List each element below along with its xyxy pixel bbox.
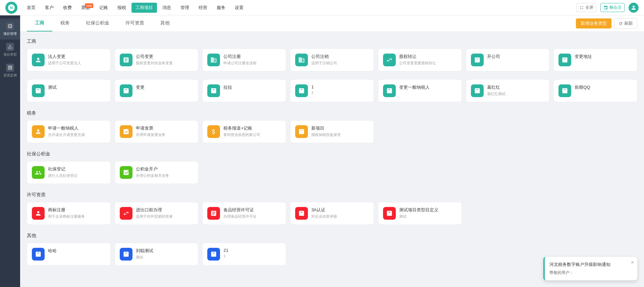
- card-icon-gongsizhuoxiao: [295, 54, 308, 66]
- card-info-guquanzhuanrang: 股权转让 公司变更需要股权转让: [399, 54, 457, 66]
- card-icon-shipin-xuke: [207, 207, 220, 220]
- card-icon-qianqiQQ: [558, 84, 571, 97]
- card-icon-gehonghong: [471, 84, 484, 97]
- card-info-biangengdizhi: 变更地址: [575, 54, 632, 61]
- nav-item-bill[interactable]: 票据 new: [77, 3, 94, 13]
- card-info-shenqing-na税人: 申请一般纳税人 当月或次月成变更完成: [48, 125, 106, 137]
- card-info-lala: 拉拉: [223, 84, 281, 91]
- card-title-haha: 哈哈: [48, 248, 106, 254]
- card-shuiwubaodao[interactable]: 税务报道+记账 拿到营业执照的新公司: [202, 120, 286, 143]
- card-title-gongsizhuche: 公司注册: [223, 54, 281, 60]
- card-haha[interactable]: 哈哈: [27, 243, 111, 266]
- card-kaigongsi[interactable]: 开公司: [466, 49, 550, 71]
- card-title-shuiwubaodao: 税务报道+记账: [223, 125, 281, 131]
- card-icon-haha: [32, 248, 45, 261]
- card-desc-gongsibiangeng: 股权变更外的业务变更: [136, 61, 194, 66]
- card-title-shangbiaozhuche: 商标注册: [48, 207, 106, 213]
- card-gongsizhuche[interactable]: 公司注册 申请公司注册全流程: [202, 49, 286, 71]
- card-lala[interactable]: 拉拉: [202, 79, 286, 102]
- section-gongshang-title: 工商: [27, 39, 637, 45]
- card-desc-gongsizhuche: 申请公司注册全流程: [223, 61, 281, 66]
- card-gongjijinkaihu[interactable]: 公积金开户 办理公积金相关业务: [115, 161, 199, 184]
- tab-gongshang[interactable]: 工商: [27, 15, 52, 31]
- card-shenqing-na税人[interactable]: 申请一般纳税人 当月或次月成变更完成: [27, 120, 111, 143]
- card-xinxiangmu[interactable]: 新项目 报税加税控盘保管: [290, 120, 374, 143]
- card-icon-biangengnas: [383, 84, 396, 97]
- refresh-button[interactable]: 刷新: [614, 18, 637, 29]
- card-biangeng[interactable]: 变更: [115, 79, 199, 102]
- card-icon-21: [207, 248, 220, 261]
- card-ceshi-xuke[interactable]: 测试项目类型目定义 测试: [378, 202, 462, 225]
- card-info-gongsizhuche: 公司注册 申请公司注册全流程: [223, 54, 281, 66]
- card-title-gongjijinkaihu: 公积金开户: [136, 166, 194, 172]
- card-info-1: 1 1: [311, 84, 369, 94]
- card-jinchukouban[interactable]: 进出口权办理 适用于对外贸易经营者: [115, 202, 199, 225]
- card-info-jinchukouban: 进出口权办理 适用于对外贸易经营者: [136, 207, 194, 219]
- card-desc-xinxiangmu: 报税加税控盘保管: [311, 132, 369, 137]
- new-type-button[interactable]: 新增业务类型: [576, 18, 611, 28]
- sidebar-item-project-type[interactable]: 项目类型: [0, 40, 20, 60]
- card-gongsibiangeng[interactable]: 公司变更 股权变更外的业务变更: [115, 49, 199, 71]
- card-icon-shenqing-fapiao: [120, 125, 132, 138]
- card-info-gongsizhuoxiao: 公司注销 适用于注销公司: [311, 54, 369, 66]
- card-title-xinxiangmu: 新项目: [311, 125, 369, 131]
- card-title-kaigongsi: 开公司: [487, 54, 545, 60]
- tab-actions: 新增业务类型 刷新: [576, 18, 637, 29]
- card-info-biangeng: 变更: [136, 84, 194, 91]
- card-icon-biangeng: [120, 84, 132, 97]
- tab-shebao[interactable]: 社保公积金: [78, 15, 117, 31]
- nav-item-customer[interactable]: 客户: [41, 3, 58, 13]
- shuiwu-cards: 申请一般纳税人 当月或次月成变更完成 申请发票 办理申请发票业务: [27, 120, 637, 143]
- card-title-shenqing-na税人: 申请一般纳税人: [48, 125, 106, 131]
- card-gongsizhuoxiao[interactable]: 公司注销 适用于注销公司: [290, 49, 374, 71]
- nav-item-settings[interactable]: 设置: [231, 3, 248, 13]
- nav-item-business[interactable]: 工商项目: [131, 3, 157, 13]
- card-qianqiQQ[interactable]: 前期QQ: [553, 79, 637, 102]
- refresh-icon: [619, 21, 623, 26]
- tab-xuke[interactable]: 许可资质: [117, 15, 152, 31]
- nav-item-payment[interactable]: 收费: [59, 3, 76, 13]
- nav-item-tax[interactable]: 报税: [113, 3, 130, 13]
- card-gehonghong[interactable]: 葛红红 葛红红测试: [466, 79, 550, 102]
- card-3a-renzheng[interactable]: 3A认证 对企业信誉评级: [290, 202, 374, 225]
- nav-item-service[interactable]: 服务: [213, 3, 229, 13]
- sidebar-item-project-manage[interactable]: 项目管理: [0, 19, 20, 40]
- card-guquanzhuanrang[interactable]: 股权转让 公司变更需要股权转让: [378, 49, 462, 71]
- notification-close-button[interactable]: ×: [631, 260, 634, 266]
- card-biangengdizhi[interactable]: 变更地址: [553, 49, 637, 71]
- card-1[interactable]: 1 1: [290, 79, 374, 102]
- nav-item-home[interactable]: 首页: [23, 3, 40, 13]
- card-info-haha: 哈哈: [48, 248, 106, 255]
- card-shipin-xuke[interactable]: 食品经营许可证 办理食品经营许可证: [202, 202, 286, 225]
- card-icon-xinxiangmu: [295, 125, 308, 138]
- nav-item-bookkeep[interactable]: 记账: [95, 3, 112, 13]
- card-desc-jinchukouban: 适用于对外贸易经营者: [136, 214, 194, 219]
- nav-item-operation[interactable]: 经营: [195, 3, 211, 13]
- card-icon-gongjijinkaihu: [120, 166, 132, 179]
- card-biangeng-na税人[interactable]: 变更一般纳税人: [378, 79, 462, 102]
- fullscreen-icon: [579, 5, 584, 10]
- card-shebaodengjie[interactable]: 社保登记 进行人员社保登记: [27, 161, 111, 184]
- tab-other[interactable]: 其他: [152, 15, 178, 31]
- logo[interactable]: [5, 2, 17, 14]
- card-desc-guquanzhuanrang: 公司变更需要股权转让: [399, 61, 457, 66]
- tab-shuiwu[interactable]: 税务: [52, 15, 78, 31]
- card-farenbiangeng[interactable]: 法人变更 适用于公司变更法人: [27, 49, 111, 71]
- card-21[interactable]: 21 1: [202, 243, 286, 266]
- card-title-shenqing-fapiao: 申请发票: [136, 125, 194, 131]
- sidebar-item-progress[interactable]: 进度监测: [0, 60, 20, 81]
- card-ceshi[interactable]: 测试: [27, 79, 111, 102]
- nav-item-message[interactable]: 消息: [158, 3, 175, 13]
- card-liucong-test[interactable]: 刘聪测试 测试: [115, 243, 199, 266]
- project-manage-icon: [6, 22, 14, 30]
- member-button[interactable]: 畅会员: [600, 3, 625, 12]
- fullscreen-button[interactable]: 全屏: [576, 3, 596, 12]
- card-shenqing-fapiao[interactable]: 申请发票 办理申请发票业务: [115, 120, 199, 143]
- card-desc-gehonghong: 葛红红测试: [487, 91, 545, 96]
- card-title-gehonghong: 葛红红: [487, 84, 545, 90]
- nav-item-manage[interactable]: 管理: [176, 3, 193, 13]
- user-avatar[interactable]: [629, 3, 639, 13]
- section-shebao: 社保公积金 社保登记 进行人员社保登记 公积金开户: [27, 151, 637, 184]
- sub-tabs: 工商 税务 社保公积金 许可资质 其他 新增业务类型 刷新: [20, 15, 644, 32]
- card-shangbiaozhuche[interactable]: 商标注册 用于企业商标注册服务: [27, 202, 111, 225]
